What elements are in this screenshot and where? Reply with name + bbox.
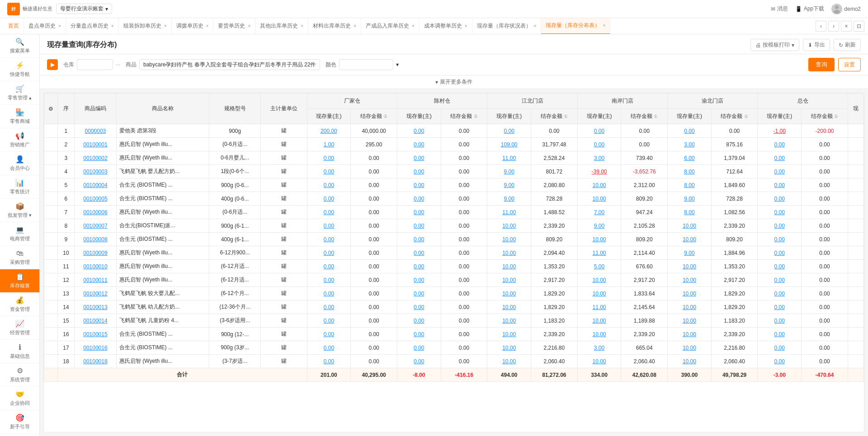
cell-cc-qty[interactable]: 0.00 [397, 300, 441, 314]
cell-cc-qty[interactable]: 0.00 [397, 287, 441, 300]
tab-yaohuo[interactable]: 要货单历史 × [213, 18, 255, 34]
cell-code[interactable]: 00100015 [74, 328, 116, 341]
cell-total-qty[interactable]: 0.00 [758, 178, 802, 192]
cell-code[interactable]: 0000003 [74, 124, 116, 138]
cell-yb-qty[interactable]: 8.00 [668, 178, 712, 192]
cell-na-qty[interactable]: 10.00 [577, 328, 621, 341]
cell-total-qty[interactable]: 0.00 [758, 341, 802, 355]
cell-na-qty[interactable]: 11.00 [577, 246, 621, 260]
cell-ck-qty[interactable]: 0.00 [307, 192, 351, 206]
cell-cc-qty[interactable]: 0.00 [397, 206, 441, 219]
cell-jb-qty[interactable]: 10.00 [487, 273, 531, 287]
cell-code[interactable]: 00100016 [74, 341, 116, 355]
cell-total-qty[interactable]: 0.00 [758, 206, 802, 219]
cell-ck-qty[interactable]: 0.00 [307, 233, 351, 246]
cell-total-qty[interactable]: 0.00 [758, 151, 802, 165]
cell-total-qty[interactable]: 0.00 [758, 233, 802, 246]
sidebar-item-system[interactable]: ⚙ 系统管理 [0, 363, 39, 387]
warehouse-input[interactable] [77, 59, 113, 70]
cell-na-qty[interactable]: -39.00 [577, 165, 621, 178]
cell-code[interactable]: 00100005 [74, 192, 116, 206]
cell-code[interactable]: 00100001 [74, 138, 116, 151]
cell-cc-qty[interactable]: 0.00 [397, 138, 441, 151]
user-area[interactable]: demo2 [831, 4, 861, 14]
tab-zuzhuang[interactable]: 组装拆卸单历史 × [119, 18, 172, 34]
cell-jb-qty[interactable]: 10.00 [487, 260, 531, 273]
cell-jb-qty[interactable]: 10.00 [487, 246, 531, 260]
close-icon[interactable]: × [206, 23, 209, 28]
cell-na-qty[interactable]: 7.00 [577, 206, 621, 219]
cell-ck-qty[interactable]: 0.00 [307, 219, 351, 233]
cell-cc-qty[interactable]: 0.00 [397, 151, 441, 165]
cell-na-qty[interactable]: 10.00 [577, 233, 621, 246]
cell-total-qty[interactable]: 0.00 [758, 328, 802, 341]
cell-yb-qty[interactable]: 10.00 [668, 233, 712, 246]
cell-yb-qty[interactable]: 6.00 [668, 151, 712, 165]
cell-code[interactable]: 00100007 [74, 219, 116, 233]
cell-na-qty[interactable]: 0.00 [577, 124, 621, 138]
cell-jb-qty[interactable]: 11.00 [487, 151, 531, 165]
tab-xiancun-kuang[interactable]: 现存量（库存状况表） × [472, 18, 542, 34]
cell-yb-qty[interactable]: 8.00 [668, 165, 712, 178]
cell-na-qty[interactable]: 10.00 [577, 192, 621, 206]
cell-total-qty[interactable]: 0.00 [758, 219, 802, 233]
cell-cc-qty[interactable]: 0.00 [397, 314, 441, 328]
cell-code[interactable]: 00100010 [74, 260, 116, 273]
cell-jb-qty[interactable]: 10.00 [487, 355, 531, 368]
cell-code[interactable]: 00100018 [74, 355, 116, 368]
cell-cc-qty[interactable]: 0.00 [397, 178, 441, 192]
sidebar-item-guide[interactable]: 🎯 新手引导 [0, 410, 39, 434]
cell-total-qty[interactable]: 0.00 [758, 314, 802, 328]
cell-total-qty[interactable]: 0.00 [758, 246, 802, 260]
message-btn[interactable]: ✉ 消息 [771, 5, 788, 13]
cell-total-qty[interactable]: 0.00 [758, 165, 802, 178]
close-icon[interactable]: × [301, 23, 303, 28]
sidebar-item-marketing[interactable]: 📢 营销推广 [0, 128, 39, 152]
cell-na-qty[interactable]: 3.00 [577, 151, 621, 165]
warehouse-dots[interactable]: ··· [116, 61, 120, 68]
cell-ck-qty[interactable]: 0.00 [307, 260, 351, 273]
sidebar-item-nav[interactable]: ⚡ 快捷导航 [0, 58, 39, 81]
cell-jb-qty[interactable]: 10.00 [487, 219, 531, 233]
cell-na-qty[interactable]: 5.00 [577, 260, 621, 273]
cell-jb-qty[interactable]: 10.00 [487, 314, 531, 328]
sidebar-item-finance[interactable]: 💰 资金管理 [0, 293, 39, 316]
cell-ck-qty[interactable]: 0.00 [307, 206, 351, 219]
sidebar-item-purchase[interactable]: 🛍 采购管理 [0, 246, 39, 269]
cell-jb-qty[interactable]: 0.00 [487, 124, 531, 138]
tab-chancheng[interactable]: 产成品入库单历史 × [361, 18, 420, 34]
cell-jb-qty[interactable]: 9.00 [487, 178, 531, 192]
cell-ck-qty[interactable]: 0.00 [307, 151, 351, 165]
cell-total-qty[interactable]: 0.00 [758, 192, 802, 206]
sidebar-item-wholesale[interactable]: 📦 批发管理 ▾ [0, 199, 39, 222]
cell-cc-qty[interactable]: 0.00 [397, 341, 441, 355]
settings-btn[interactable]: 设置 [838, 58, 861, 71]
cell-cc-qty[interactable]: 0.00 [397, 219, 441, 233]
cell-jb-qty[interactable]: 10.00 [487, 233, 531, 246]
sidebar-item-collab[interactable]: 🤝 企业协同 [0, 387, 39, 410]
cell-jb-qty[interactable]: 10.00 [487, 341, 531, 355]
cell-yb-qty[interactable]: 8.00 [668, 206, 712, 219]
cell-jb-qty[interactable]: 9.00 [487, 165, 531, 178]
cell-total-qty[interactable]: 0.00 [758, 287, 802, 300]
cell-yb-qty[interactable]: 0.00 [668, 124, 712, 138]
cell-jb-qty[interactable]: 9.00 [487, 192, 531, 206]
cell-yb-qty[interactable]: 10.00 [668, 300, 712, 314]
close-icon[interactable]: × [164, 23, 167, 28]
cell-code[interactable]: 00100014 [74, 314, 116, 328]
cell-code[interactable]: 00100008 [74, 233, 116, 246]
cell-yb-qty[interactable]: 10.00 [668, 341, 712, 355]
cell-ck-qty[interactable]: 200.00 [307, 124, 351, 138]
cell-ck-qty[interactable]: 0.00 [307, 165, 351, 178]
cell-yb-qty[interactable]: 3.00 [668, 138, 712, 151]
col-gear[interactable]: ⚙ [44, 94, 58, 124]
cell-na-qty[interactable]: 10.00 [577, 314, 621, 328]
cell-yb-qty[interactable]: 10.00 [668, 328, 712, 341]
sidebar-item-apps[interactable]: 📱 应用中心 [0, 434, 39, 436]
tab-pandian[interactable]: 盘点单历史 × [24, 18, 66, 34]
cell-code[interactable]: 00100003 [74, 165, 116, 178]
cell-code[interactable]: 00100013 [74, 300, 116, 314]
cell-na-qty[interactable]: 0.00 [577, 138, 621, 151]
cell-code[interactable]: 00100002 [74, 151, 116, 165]
close-icon[interactable]: × [603, 23, 605, 28]
